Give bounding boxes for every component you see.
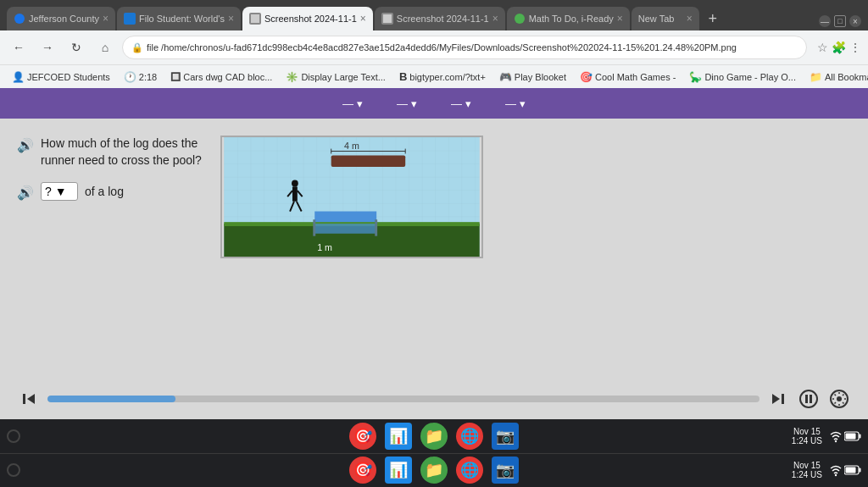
- tab-screenshot-2[interactable]: Screenshot 2024-11-1 ×: [375, 7, 505, 30]
- tab-close-4[interactable]: ×: [492, 13, 498, 25]
- svg-point-31: [800, 390, 817, 407]
- minimize-button[interactable]: —: [819, 15, 831, 27]
- pool-image-panel: 4 m: [220, 136, 492, 267]
- browser-window: Jefferson County × Filo Student: World's…: [0, 0, 868, 487]
- svg-marker-30: [772, 394, 780, 404]
- tab-close-6[interactable]: ×: [687, 13, 693, 25]
- svg-rect-27: [23, 394, 25, 404]
- taskbar-app-4-row2[interactable]: 🌐: [456, 457, 483, 484]
- bookmarks-bar: 👤 JEFCOED Students 🕐 2:18 🔲 Cars dwg CAD…: [0, 64, 868, 88]
- skip-forward-button[interactable]: [766, 387, 790, 411]
- home-button[interactable]: ⌂: [93, 36, 117, 59]
- speaker-icon-2[interactable]: 🔊: [17, 185, 34, 201]
- taskbar-app-4-row1[interactable]: 🌐: [456, 423, 483, 450]
- tab-favicon-4: [381, 13, 393, 25]
- skip-back-button[interactable]: [17, 387, 41, 411]
- dropdown-arrow-icon: ▼: [55, 185, 67, 198]
- edu-nav-item-2[interactable]: — ▾: [397, 97, 417, 110]
- edu-nav-item-1[interactable]: — ▾: [342, 97, 363, 110]
- taskbar-app-3-row2[interactable]: 📁: [420, 457, 448, 484]
- reload-button[interactable]: ↻: [64, 36, 88, 59]
- taskbar-app-5-row1[interactable]: 📷: [492, 423, 519, 450]
- system-indicator-2[interactable]: [7, 463, 20, 477]
- settings-icon: [830, 390, 849, 408]
- taskbar-app-2-row1[interactable]: 📊: [385, 423, 412, 450]
- bookmark-label-time: 2:18: [139, 72, 157, 82]
- bookmark-dino[interactable]: 🦕 Dino Game - Play O...: [684, 69, 801, 85]
- edu-nav-item-4[interactable]: — ▾: [505, 97, 526, 110]
- bookmark-icon-bigtyper: B: [399, 70, 407, 83]
- bookmark-jefcoed[interactable]: 👤 JEFCOED Students: [7, 69, 115, 85]
- taskbar-time-2: 1:24 US: [792, 470, 822, 479]
- progress-bar-container[interactable]: [47, 396, 760, 402]
- tab-bar: Jefferson County × Filo Student: World's…: [0, 0, 868, 30]
- bookmark-icon-all: 📁: [810, 71, 822, 83]
- taskbar-right-2: Nov 15 1:24 US: [792, 461, 861, 479]
- taskbar-apps-row-1: 🎯 📊 📁 🌐 📷: [349, 423, 519, 450]
- bookmark-cars[interactable]: 🔲 Cars dwg CAD bloc...: [165, 70, 277, 84]
- bookmark-display[interactable]: ✳️ Display Large Text...: [281, 69, 390, 85]
- bookmark-bigtyper[interactable]: B bigtyper.com/?txt+: [394, 69, 491, 85]
- bookmark-icon-cars: 🔲: [170, 72, 181, 81]
- bookmark-blooket[interactable]: 🎮 Play Blooket: [494, 69, 571, 85]
- tab-close-5[interactable]: ×: [617, 13, 623, 25]
- tab-label-4: Screenshot 2024-11-1: [397, 14, 489, 24]
- svg-rect-23: [314, 224, 376, 234]
- tab-filo[interactable]: Filo Student: World's ×: [117, 7, 241, 30]
- maximize-button[interactable]: □: [834, 15, 846, 27]
- bookmark-label-dino: Dino Game - Play O...: [704, 72, 796, 82]
- close-button[interactable]: ×: [849, 15, 861, 27]
- answer-suffix: of a log: [85, 185, 124, 198]
- menu-icon[interactable]: ⋮: [849, 41, 861, 54]
- url-bar[interactable]: 🔒 file /home/chronos/u-fad671dc998ecb4c4…: [122, 36, 807, 59]
- tab-screenshot-1[interactable]: Screenshot 2024-11-1 ×: [242, 7, 373, 30]
- bookmark-label-display: Display Large Text...: [301, 72, 385, 82]
- svg-rect-5: [383, 14, 392, 23]
- tab-new[interactable]: New Tab ×: [632, 7, 699, 30]
- bookmark-icon-jefcoed: 👤: [12, 71, 25, 83]
- lock-icon: 🔒: [131, 42, 143, 53]
- taskbar-right-1: Nov 15 1:24 US: [792, 427, 861, 445]
- forward-button[interactable]: →: [36, 36, 59, 59]
- bookmark-icon-display: ✳️: [286, 71, 298, 83]
- address-bar: ← → ↻ ⌂ 🔒 file /home/chronos/u-fad671dc9…: [0, 30, 868, 64]
- tab-close-2[interactable]: ×: [228, 13, 234, 25]
- pause-button[interactable]: [797, 387, 821, 411]
- tab-math[interactable]: Math To Do, i-Ready ×: [507, 7, 630, 30]
- tab-favicon-5: [514, 13, 526, 25]
- svg-point-40: [835, 474, 837, 476]
- svg-point-35: [837, 396, 842, 401]
- speaker-icon[interactable]: 🔊: [17, 137, 34, 153]
- svg-rect-1: [124, 13, 136, 25]
- bookmark-label-jefcoed: JEFCOED Students: [27, 72, 110, 82]
- address-bar-icons: ☆ 🧩 ⋮: [817, 41, 861, 54]
- extensions-icon[interactable]: 🧩: [832, 41, 846, 54]
- bookmark-star-icon[interactable]: ☆: [817, 41, 828, 54]
- taskbar-icons-1: [829, 429, 861, 443]
- taskbar-app-3-row1[interactable]: 📁: [420, 423, 448, 450]
- taskbar-row-2: 🎯 📊 📁 🌐 📷 Nov 15 1:24 US: [0, 453, 868, 487]
- tab-close-1[interactable]: ×: [103, 13, 108, 25]
- media-bar: [0, 379, 868, 419]
- edu-nav-item-3[interactable]: — ▾: [451, 97, 471, 110]
- tab-jefferson-county[interactable]: Jefferson County ×: [7, 7, 115, 30]
- new-tab-button[interactable]: +: [701, 7, 725, 30]
- settings-button[interactable]: [827, 387, 851, 411]
- bookmark-all[interactable]: 📁 All Bookmarks: [804, 69, 868, 85]
- answer-dropdown[interactable]: ? ▼: [41, 182, 78, 201]
- bookmark-coolmath[interactable]: 🎯 Cool Math Games -: [575, 69, 681, 85]
- edu-nav-arrow-4: ▾: [520, 97, 526, 110]
- bookmark-time[interactable]: 🕐 2:18: [119, 69, 162, 85]
- tab-close-3[interactable]: ×: [360, 13, 366, 25]
- svg-point-0: [14, 14, 25, 24]
- system-indicator-1[interactable]: [7, 429, 20, 443]
- wifi-icon-1: [829, 429, 843, 443]
- taskbar-app-1-row1[interactable]: 🎯: [349, 423, 376, 450]
- taskbar-app-2-row2[interactable]: 📊: [385, 457, 412, 484]
- back-button[interactable]: ←: [7, 36, 31, 59]
- taskbar-app-5-row2[interactable]: 📷: [492, 457, 519, 484]
- taskbar-status-area-2: Nov 15 1:24 US: [792, 461, 822, 479]
- taskbar-app-1-row2[interactable]: 🎯: [349, 457, 376, 484]
- bookmark-icon-blooket: 🎮: [499, 71, 512, 83]
- edu-nav-label-4: —: [505, 97, 516, 110]
